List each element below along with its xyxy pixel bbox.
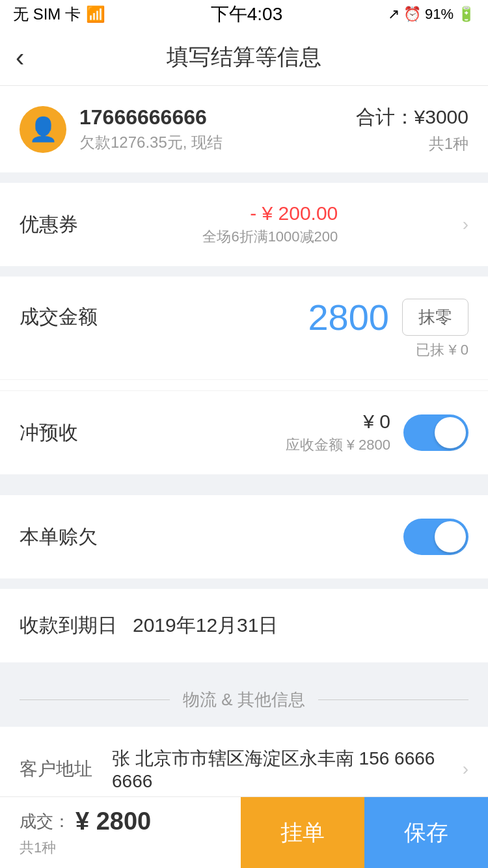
coupon-row[interactable]: 优惠券 - ¥ 200.00 全场6折满1000减200 › (0, 183, 488, 266)
due-date-label: 收款到期日 (20, 612, 117, 639)
logistics-section: 物流 & 其他信息 (0, 673, 488, 727)
customer-debt: 欠款1276.35元, 现结 (79, 132, 223, 153)
toggle-knob (435, 417, 466, 448)
own-debt-toggle[interactable] (403, 519, 468, 555)
due-date-value: 2019年12月31日 (133, 612, 278, 639)
bottom-summary: 成交： ¥ 2800 共1种 (0, 807, 241, 858)
bottom-count: 共1种 (20, 838, 221, 858)
avatar-icon: 👤 (29, 116, 58, 143)
own-debt-label: 本单赊欠 (20, 524, 98, 550)
bottom-bar: 成交： ¥ 2800 共1种 挂单 保存 (0, 796, 488, 868)
separator-1 (0, 485, 488, 495)
nav-bar: ‹ 填写结算等信息 (0, 29, 488, 86)
deal-sub-text: 已抹 ¥ 0 (416, 342, 468, 358)
bottom-deal-label: 成交： (20, 810, 70, 833)
content: 👤 17666666666 欠款1276.35元, 现结 合计：¥3000 共1… (0, 86, 488, 868)
prepay-label: 冲预收 (20, 420, 78, 446)
page-title: 填写结算等信息 (167, 42, 321, 72)
status-bar: 无 SIM 卡 📶 下午4:03 ↗ ⏰ 91% 🔋 (0, 0, 488, 29)
own-debt-toggle-knob (435, 521, 466, 552)
status-right: ↗ ⏰ 91% 🔋 (388, 6, 475, 23)
coupon-label: 优惠券 (20, 211, 78, 238)
alarm-icon: ⏰ (403, 6, 421, 23)
status-time: 下午4:03 (211, 2, 283, 27)
total-count: 共1种 (356, 133, 468, 154)
avatar: 👤 (20, 106, 66, 153)
location-icon: ↗ (388, 6, 400, 23)
logistics-line-right (318, 699, 468, 700)
prepay-receivable: 应收金额 ¥ 2800 (286, 435, 390, 455)
back-button[interactable]: ‹ (16, 44, 24, 70)
total-amount: 合计：¥3000 (356, 104, 468, 131)
deal-amount-value[interactable]: 2800 (308, 296, 389, 338)
battery-level: 91% (425, 6, 454, 23)
deal-amount-label: 成交金额 (20, 304, 98, 331)
logistics-title: 物流 & 其他信息 (183, 688, 305, 711)
address-chevron-icon: › (463, 759, 468, 780)
bottom-deal-amount: ¥ 2800 (75, 807, 151, 835)
prepay-amount: ¥ 0 (286, 411, 390, 433)
sim-status: 无 SIM 卡 (13, 4, 81, 25)
hold-button[interactable]: 挂单 (241, 797, 364, 869)
status-left: 无 SIM 卡 📶 (13, 4, 105, 25)
due-date-row: 收款到期日 2019年12月31日 (0, 589, 488, 662)
round-button[interactable]: 抹零 (402, 299, 468, 336)
address-value: 张 北京市市辖区海淀区永丰南 156 6666 6666 (112, 746, 443, 792)
wifi-icon: 📶 (86, 5, 105, 23)
customer-phone: 17666666666 (79, 105, 223, 129)
logistics-line-left (20, 699, 170, 700)
coupon-section: 优惠券 - ¥ 200.00 全场6折满1000减200 › (0, 183, 488, 266)
address-label: 客户地址 (20, 757, 92, 781)
prepay-row: 冲预收 ¥ 0 应收金额 ¥ 2800 (0, 390, 488, 474)
coupon-chevron-icon: › (463, 214, 468, 235)
own-debt-row: 本单赊欠 (0, 495, 488, 578)
deal-section: 成交金额 2800 抹零 已抹 ¥ 0 冲预收 ¥ 0 应收金额 ¥ 2800 (0, 277, 488, 474)
coupon-value: - ¥ 200.00 (202, 202, 338, 224)
battery-icon: 🔋 (457, 6, 475, 23)
deal-amount-row: 成交金额 2800 抹零 已抹 ¥ 0 (0, 277, 488, 380)
coupon-desc: 全场6折满1000减200 (202, 227, 338, 247)
save-button[interactable]: 保存 (364, 797, 488, 869)
customer-card: 👤 17666666666 欠款1276.35元, 现结 合计：¥3000 共1… (0, 86, 488, 172)
prepay-toggle[interactable] (403, 414, 468, 451)
